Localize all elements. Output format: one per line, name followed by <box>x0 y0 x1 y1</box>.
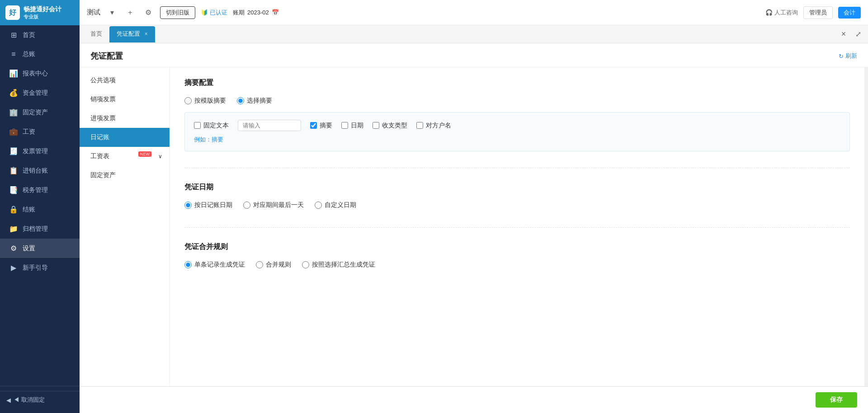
counterpart-label: 对方户名 <box>426 122 451 130</box>
journal-date-radio[interactable] <box>184 202 192 209</box>
summary-select-option[interactable]: 选择摘要 <box>237 97 272 105</box>
sidebar-item-label: 结账 <box>23 206 35 214</box>
summary-checkbox-option[interactable]: 摘要 <box>310 122 332 130</box>
date-checkbox[interactable] <box>341 122 348 129</box>
tab-home[interactable]: 首页 <box>83 26 109 42</box>
company-dropdown-button[interactable]: ▾ <box>106 6 118 19</box>
sidebar-item-assets[interactable]: 🏢 固定资产 <box>0 103 80 122</box>
save-button[interactable]: 保存 <box>816 392 857 408</box>
custom-date-option[interactable]: 自定义日期 <box>315 201 356 209</box>
nav-journal-label: 日记账 <box>90 133 109 141</box>
sidebar-item-wages[interactable]: 💼 工资 <box>0 122 80 141</box>
nav-public-label: 公共选项 <box>90 76 116 84</box>
journal-date-option[interactable]: 按日记账日期 <box>184 201 232 209</box>
summary-template-radio[interactable] <box>184 97 192 104</box>
add-button[interactable]: + <box>124 6 137 19</box>
sidebar-item-capital[interactable]: 💰 资金管理 <box>0 83 80 103</box>
sidebar-item-archive[interactable]: 📁 归档管理 <box>0 219 80 239</box>
counterpart-checkbox[interactable] <box>416 122 423 129</box>
nav-public[interactable]: 公共选项 <box>80 71 170 90</box>
summary-checkbox[interactable] <box>310 122 317 129</box>
nav-payroll[interactable]: 工资表 NEW ∨ <box>80 147 170 166</box>
capital-icon: 💰 <box>9 89 18 97</box>
company-name: 测试 <box>87 8 100 17</box>
merge-rule-radio[interactable] <box>256 261 263 268</box>
nav-purchase-invoice-label: 进项发票 <box>90 114 116 122</box>
merge-rule-option[interactable]: 合并规则 <box>256 261 291 269</box>
home-icon: ⊞ <box>9 31 18 39</box>
fixed-text-checkbox[interactable] <box>194 122 201 129</box>
period-info: 账期 2023-02 📅 <box>233 9 279 17</box>
sidebar-item-ledger[interactable]: ≡ 总账 <box>0 45 80 64</box>
settings-button[interactable]: ⚙ <box>142 6 155 19</box>
summary-template-label: 按模版摘要 <box>194 97 226 105</box>
income-type-checkbox-option[interactable]: 收支类型 <box>373 122 407 130</box>
old-version-button[interactable]: 切到旧版 <box>160 6 195 19</box>
role-button[interactable]: 会计 <box>838 7 861 19</box>
nav-purchase-invoice[interactable]: 进项发票 <box>80 109 170 128</box>
custom-date-radio[interactable] <box>315 202 322 209</box>
nav-fixed-assets[interactable]: 固定资产 <box>80 166 170 185</box>
income-type-checkbox[interactable] <box>373 122 379 129</box>
date-radio-group: 按日记账日期 对应期间最后一天 自定义日期 <box>184 201 850 209</box>
tab-home-label: 首页 <box>90 30 102 37</box>
sidebar-item-close[interactable]: 🔒 结账 <box>0 200 80 219</box>
cancel-fixed-icon: ◀ <box>6 397 11 404</box>
sidebar-item-guide[interactable]: ▶ 新手引导 <box>0 258 80 277</box>
last-day-option[interactable]: 对应期间最后一天 <box>243 201 304 209</box>
tab-voucher-config-label: 凭证配置 <box>117 30 140 37</box>
fullscreen-button[interactable]: ⤢ <box>852 28 864 41</box>
tab-voucher-config[interactable]: 凭证配置 × <box>109 26 155 42</box>
calendar-icon[interactable]: 📅 <box>272 9 279 16</box>
certified-icon: 🔰 <box>201 9 208 16</box>
merge-radio-group: 单条记录生成凭证 合并规则 按照选择汇总生成凭证 <box>184 261 850 269</box>
nav-journal[interactable]: 日记账 <box>80 128 170 147</box>
right-scrollbar[interactable] <box>864 67 868 386</box>
page-header: 凭证配置 ↻ 刷新 <box>80 43 868 67</box>
sidebar-item-settings[interactable]: ⚙ 设置 <box>0 239 80 258</box>
nav-sales-invoice[interactable]: 销项发票 <box>80 90 170 109</box>
manager-button[interactable]: 管理员 <box>803 6 833 19</box>
page-wrapper: 凭证配置 ↻ 刷新 公共选项 销项发票 进项发票 <box>80 43 868 413</box>
single-record-radio[interactable] <box>184 261 192 268</box>
sidebar-item-home[interactable]: ⊞ 首页 <box>0 25 80 45</box>
sidebar-item-tax[interactable]: 📑 税务管理 <box>0 180 80 200</box>
new-badge: NEW <box>138 151 151 157</box>
sidebar-item-purchase[interactable]: 📋 进销台账 <box>0 161 80 180</box>
select-merge-radio[interactable] <box>302 261 309 268</box>
sidebar-item-label: 资金管理 <box>23 89 48 97</box>
summary-checkbox-label: 摘要 <box>320 122 332 130</box>
consult-button[interactable]: 🎧 人工咨询 <box>765 9 798 17</box>
logo-sub: 专业版 <box>24 14 61 20</box>
fixed-text-option[interactable]: 固定文本 <box>194 122 229 130</box>
fixed-text-input[interactable] <box>238 120 301 131</box>
consult-icon: 🎧 <box>765 9 773 16</box>
sidebar-item-invoice[interactable]: 🧾 发票管理 <box>0 141 80 161</box>
summary-select-radio[interactable] <box>237 97 244 104</box>
wages-icon: 💼 <box>9 127 18 136</box>
date-checkbox-option[interactable]: 日期 <box>341 122 363 130</box>
sidebar-item-label: 进销台账 <box>23 167 48 175</box>
tab-close-icon[interactable]: × <box>145 31 148 37</box>
certified-label: 已认证 <box>210 9 227 17</box>
window-close-button[interactable]: × <box>837 28 850 41</box>
archive-icon: 📁 <box>9 225 18 233</box>
sidebar-item-report[interactable]: 📊 报表中心 <box>0 64 80 83</box>
logo-icon: 好 <box>5 5 20 20</box>
summary-radio-group: 按模版摘要 选择摘要 <box>184 97 850 105</box>
cancel-fixed-button[interactable]: ◀ ◀ 取消固定 <box>0 391 80 408</box>
select-merge-option[interactable]: 按照选择汇总生成凭证 <box>302 261 375 269</box>
inner-layout: 公共选项 销项发票 进项发票 日记账 工资表 NEW ∨ <box>80 67 868 386</box>
summary-template-option[interactable]: 按模版摘要 <box>184 97 226 105</box>
main-area: 测试 ▾ + ⚙ 切到旧版 🔰 已认证 账期 2023-02 📅 🎧 人工咨询 … <box>80 0 868 413</box>
nav-sales-invoice-label: 销项发票 <box>90 95 116 103</box>
date-checkbox-label: 日期 <box>351 122 363 130</box>
right-content: 摘要配置 按模版摘要 选择摘要 <box>170 67 864 386</box>
merge-section-title: 凭证合并规则 <box>184 242 850 252</box>
date-config-section: 凭证日期 按日记账日期 对应期间最后一天 <box>184 183 850 228</box>
counterpart-checkbox-option[interactable]: 对方户名 <box>416 122 451 130</box>
refresh-button[interactable]: ↻ 刷新 <box>839 52 857 60</box>
single-record-option[interactable]: 单条记录生成凭证 <box>184 261 245 269</box>
merge-rule-label: 合并规则 <box>266 261 291 269</box>
last-day-radio[interactable] <box>243 202 250 209</box>
